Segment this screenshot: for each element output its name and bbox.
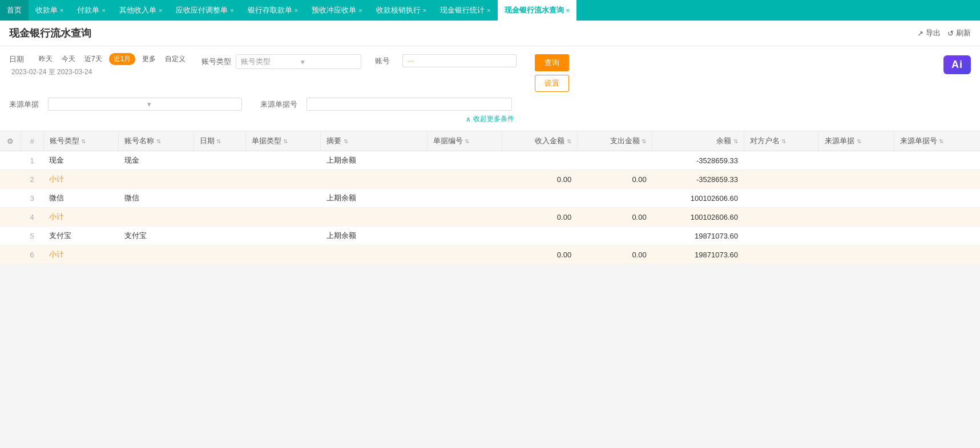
- row-num: 2: [21, 170, 43, 189]
- row-summary: 上期余额: [321, 227, 427, 245]
- row-counterpart: [744, 245, 819, 264]
- column-doc-no[interactable]: 单据编号 ⇅: [427, 131, 502, 151]
- nav-item-adjustment[interactable]: 应收应付调整单 ×: [169, 0, 240, 21]
- refresh-icon: ↺: [947, 29, 954, 38]
- shortcut-custom[interactable]: 自定义: [163, 53, 188, 65]
- row-select: [0, 227, 21, 245]
- row-expense: 0.00: [577, 245, 652, 264]
- nav-item-home[interactable]: 首页: [0, 0, 29, 21]
- table-row[interactable]: 4小计0.000.00100102606.60: [0, 208, 980, 227]
- row-doc-type: [245, 189, 321, 208]
- nav-close-receipt[interactable]: ×: [60, 0, 63, 21]
- query-button[interactable]: 查询: [535, 54, 569, 71]
- table-row[interactable]: 2小计0.000.00-3528659.33: [0, 170, 980, 189]
- row-counterpart: [744, 208, 819, 227]
- column-source-doc[interactable]: 来源单据 ⇅: [819, 131, 894, 151]
- row-source-doc-no: [894, 227, 980, 245]
- row-doc-type: [245, 245, 321, 264]
- row-date: [193, 170, 245, 189]
- row-income: [502, 189, 578, 208]
- column-counterpart[interactable]: 对方户名 ⇅: [744, 131, 819, 151]
- column-source-doc-no[interactable]: 来源单据号 ⇅: [894, 131, 980, 151]
- column-account-name[interactable]: 账号名称 ⇅: [119, 131, 194, 151]
- column-date[interactable]: 日期 ⇅: [193, 131, 245, 151]
- shortcut-yesterday[interactable]: 昨天: [37, 53, 55, 65]
- shortcut-today[interactable]: 今天: [59, 53, 78, 65]
- nav-item-verification[interactable]: 收款核销执行 ×: [369, 0, 433, 21]
- row-num: 3: [21, 189, 43, 208]
- row-source-doc-no: [894, 245, 980, 264]
- column-expense[interactable]: 支出金额 ⇅: [577, 131, 652, 151]
- nav-close-adjustment[interactable]: ×: [230, 0, 233, 21]
- filter-area: 日期 昨天 今天 近7天 近1月 更多 自定义 2023-02-24 至 202…: [0, 46, 980, 131]
- nav-close-payment[interactable]: ×: [102, 0, 105, 21]
- row-balance: -3528659.33: [652, 170, 744, 189]
- nav-item-pre-receipt[interactable]: 预收冲应收单 ×: [305, 0, 369, 21]
- row-summary: 上期余额: [321, 151, 427, 170]
- collapse-label: 收起更多条件: [473, 114, 514, 124]
- account-input[interactable]: ···: [402, 54, 517, 67]
- nav-close-other-income[interactable]: ×: [159, 0, 162, 21]
- row-summary: [321, 245, 427, 264]
- nav-item-other-income[interactable]: 其他收入单 ×: [112, 0, 169, 21]
- account-dots: ···: [408, 56, 511, 65]
- nav-close-cashflow[interactable]: ×: [566, 0, 570, 21]
- table-row[interactable]: 3微信微信上期余额100102606.60: [0, 189, 980, 208]
- row-account-name: [119, 245, 194, 264]
- shortcut-1month[interactable]: 近1月: [109, 53, 136, 65]
- row-doc-type: [245, 208, 321, 227]
- row-source-doc-no: [894, 170, 980, 189]
- nav-close-statistics[interactable]: ×: [487, 0, 490, 21]
- account-type-dropdown-icon: ▾: [301, 58, 356, 66]
- row-num: 6: [21, 245, 43, 264]
- nav-close-bank-deposit[interactable]: ×: [295, 0, 298, 21]
- row-source-doc: [819, 227, 894, 245]
- row-income: [502, 227, 578, 245]
- account-type-placeholder: 账号类型: [241, 56, 296, 67]
- row-expense: [577, 189, 652, 208]
- column-income[interactable]: 收入金额 ⇅: [502, 131, 578, 151]
- row-source-doc: [819, 245, 894, 264]
- nav-item-cashflow[interactable]: 现金银行流水查询 ×: [498, 0, 576, 21]
- export-label: 导出: [926, 28, 941, 38]
- nav-item-payment[interactable]: 付款单 ×: [70, 0, 112, 21]
- column-settings[interactable]: ⚙: [0, 131, 21, 151]
- source-doc-dropdown-icon: ▾: [147, 100, 237, 108]
- nav-label-adjustment: 应收应付调整单: [176, 0, 228, 21]
- nav-close-verification[interactable]: ×: [423, 0, 426, 21]
- row-doc-no: [427, 151, 502, 170]
- table-row[interactable]: 6小计0.000.0019871073.60: [0, 245, 980, 264]
- nav-item-statistics[interactable]: 现金银行统计 ×: [433, 0, 497, 21]
- settings-button[interactable]: 设置: [535, 75, 569, 92]
- row-account-name: [119, 170, 194, 189]
- column-summary[interactable]: 摘要 ⇅: [321, 131, 427, 151]
- nav-close-pre-receipt[interactable]: ×: [358, 0, 362, 21]
- ai-badge[interactable]: Ai: [943, 55, 971, 74]
- column-doc-type[interactable]: 单据类型 ⇅: [245, 131, 321, 151]
- column-balance[interactable]: 余额 ⇅: [652, 131, 744, 151]
- row-expense: [577, 227, 652, 245]
- filter-row-2: 来源单据 ▾ 来源单据号: [9, 98, 971, 111]
- row-balance: 19871073.60: [652, 227, 744, 245]
- row-source-doc-no: [894, 189, 980, 208]
- export-button[interactable]: ↗ 导出: [917, 28, 941, 38]
- shortcut-more[interactable]: 更多: [140, 53, 158, 65]
- source-doc-select[interactable]: ▾: [48, 98, 242, 111]
- account-type-filter-label: 账号类型: [201, 56, 231, 67]
- table-row[interactable]: 5支付宝支付宝上期余额19871073.60: [0, 227, 980, 245]
- export-icon: ↗: [917, 29, 923, 38]
- row-summary: [321, 170, 427, 189]
- refresh-button[interactable]: ↺ 刷新: [947, 28, 971, 38]
- account-type-select[interactable]: 账号类型 ▾: [236, 54, 361, 69]
- table-row[interactable]: 1现金现金上期余额-3528659.33: [0, 151, 980, 170]
- collapse-button[interactable]: ∧ 收起更多条件: [466, 114, 514, 124]
- source-doc-num-input[interactable]: [312, 100, 507, 108]
- row-num: 4: [21, 208, 43, 227]
- row-source-doc-no: [894, 151, 980, 170]
- nav-item-bank-deposit[interactable]: 银行存取款单 ×: [241, 0, 305, 21]
- row-balance: 100102606.60: [652, 189, 744, 208]
- row-counterpart: [744, 227, 819, 245]
- shortcut-7days[interactable]: 近7天: [82, 53, 104, 65]
- column-account-type[interactable]: 账号类型 ⇅: [43, 131, 119, 151]
- nav-item-receipt[interactable]: 收款单 ×: [29, 0, 70, 21]
